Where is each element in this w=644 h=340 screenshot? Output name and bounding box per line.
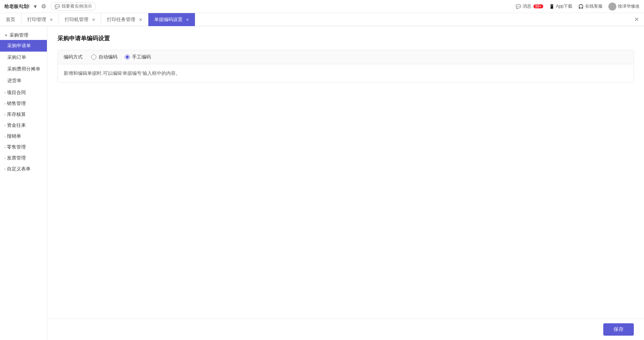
message-badge: 99+ [533,4,543,8]
auto-code-label: 自动编码 [99,54,117,60]
sidebar-group-funds-label: 资金往来 [7,122,26,129]
custom-form-arrow-icon: › [4,167,5,171]
headset-icon: 🎧 [578,4,584,9]
message-label: 消息 [523,3,531,9]
sidebar-group-invoice-label: 发票管理 [7,155,26,161]
save-button[interactable]: 保存 [603,323,634,336]
sidebar-group-project-label: 项目合同 [7,89,26,96]
invoice-arrow-icon: › [4,156,5,160]
page-title: 采购申请单编码设置 [57,35,634,42]
tab-single-code-setting-close[interactable]: × [186,17,189,23]
sidebar-item-purchase-request[interactable]: 采购申请单 [0,40,47,52]
tab-home[interactable]: 首页 [0,13,21,26]
manual-code-radio[interactable] [125,54,130,60]
encoding-description-text: 新增和编辑单据时,可以编辑'单据编号'输入框中的内容。 [64,70,180,76]
user-profile[interactable]: 徐泽华修改 [608,3,640,11]
tab-printer-manage-label: 打印机管理 [65,16,88,23]
content-inner: 采购申请单编码设置 编码方式 自动编码 手工编码 [47,26,644,319]
sidebar-item-purchase-order[interactable]: 采购订单 [0,52,47,63]
tab-single-code-setting[interactable]: 单据编码设置 × [148,13,195,26]
tab-print-task-label: 打印任务管理 [107,16,135,23]
tab-single-code-setting-label: 单据编码设置 [154,16,183,23]
sidebar-group-purchase-label: 采购管理 [9,32,28,39]
project-arrow-icon: › [4,91,5,95]
message-button[interactable]: 💬 消息 99+ [516,3,543,9]
user-name: 徐泽华修改 [618,3,640,9]
sidebar-item-purchase-order-label: 采购订单 [7,54,26,60]
sidebar-group-funds[interactable]: › 资金往来 [0,119,47,130]
avatar [608,3,616,11]
tab-bar-close-all[interactable]: ✕ [629,16,644,23]
tab-print-manage[interactable]: 打印管理 × [21,13,59,26]
phone-icon: 📱 [549,4,555,9]
auto-code-option[interactable]: 自动编码 [91,54,117,60]
prompt-text: 我要看实例演示 [61,3,92,9]
sidebar-group-expense-report[interactable]: › 报销单 [0,130,47,141]
retail-arrow-icon: › [4,145,5,149]
sidebar-group-custom-form[interactable]: › 自定义表单 [0,163,47,174]
encoding-radio-group: 自动编码 手工编码 [91,54,151,60]
sidebar-group-inventory-label: 库存核算 [7,111,26,118]
top-bar-right: 💬 消息 99+ 📱 App下载 🎧 在线客服 徐泽华修改 [516,3,640,11]
auto-code-radio[interactable] [91,54,96,60]
sidebar-group-expense-report-label: 报销单 [7,133,21,139]
sidebar-group-inventory[interactable]: › 库存核算 [0,108,47,119]
purchase-arrow-icon: ▼ [4,33,8,37]
tab-printer-manage[interactable]: 打印机管理 × [59,13,101,26]
settings-icon[interactable]: ⚙ [41,3,46,10]
online-service-button[interactable]: 🎧 在线客服 [578,3,603,9]
app-download-button[interactable]: 📱 App下载 [549,3,572,9]
sidebar-group-retail[interactable]: › 零售管理 [0,141,47,152]
online-service-label: 在线客服 [585,3,603,9]
sidebar-item-purchase-request-label: 采购申请单 [7,43,31,48]
manual-code-label: 手工编码 [132,54,151,60]
tab-print-task[interactable]: 打印任务管理 × [101,13,148,26]
inventory-arrow-icon: › [4,113,5,117]
top-bar: 给老板勾划! ▾ ⚙ 💬 我要看实例演示 💬 消息 99+ 📱 App下载 🎧 … [0,0,644,13]
tab-home-label: 首页 [6,16,15,23]
sidebar-group-custom-form-label: 自定义表单 [7,166,31,172]
content-area: 采购申请单编码设置 编码方式 自动编码 手工编码 [47,26,644,340]
funds-arrow-icon: › [4,124,5,128]
encoding-label: 编码方式 [64,54,83,60]
sidebar-group-purchase[interactable]: ▼ 采购管理 [0,29,47,40]
encoding-section: 编码方式 自动编码 手工编码 新增和编辑单据时,可以编辑'单据编号'输入框中的内 [57,50,634,83]
prompt-icon: 💬 [55,4,60,9]
manual-code-option[interactable]: 手工编码 [125,54,151,60]
top-bar-left: 给老板勾划! ▾ ⚙ 💬 我要看实例演示 [4,2,96,11]
app-download-label: App下载 [556,3,572,9]
tab-print-manage-label: 打印管理 [27,16,46,23]
sidebar-group-project[interactable]: › 项目合同 [0,86,47,97]
tab-bar: 首页 打印管理 × 打印机管理 × 打印任务管理 × 单据编码设置 × ✕ [0,13,644,26]
encoding-description: 新增和编辑单据时,可以编辑'单据编号'输入框中的内容。 [58,64,633,82]
sidebar: ▼ 采购管理 采购申请单 采购订单 采购费用分摊单 进货单 › 项目合同 › 销… [0,26,47,340]
sidebar-group-invoice[interactable]: › 发票管理 [0,152,47,163]
tab-print-task-close[interactable]: × [139,17,142,23]
main-layout: ▼ 采购管理 采购申请单 采购订单 采购费用分摊单 进货单 › 项目合同 › 销… [0,26,644,340]
tab-print-manage-close[interactable]: × [50,17,53,23]
app-logo: 给老板勾划! [4,3,29,10]
sidebar-item-purchase-expense-label: 采购费用分摊单 [7,66,40,72]
sales-arrow-icon: › [4,102,5,106]
message-icon: 💬 [516,4,521,9]
sidebar-group-retail-label: 零售管理 [7,144,26,150]
sidebar-group-sales[interactable]: › 销售管理 [0,97,47,108]
sidebar-item-purchase-expense[interactable]: 采购费用分摊单 [0,63,47,75]
content-footer: 保存 [47,319,644,340]
sidebar-item-stock-in-label: 进货单 [7,78,21,83]
sidebar-item-stock-in[interactable]: 进货单 [0,75,47,86]
demo-prompt[interactable]: 💬 我要看实例演示 [51,2,96,11]
tab-printer-manage-close[interactable]: × [92,17,95,23]
expense-arrow-icon: › [4,134,5,138]
sidebar-group-sales-label: 销售管理 [7,100,26,107]
encoding-header: 编码方式 自动编码 手工编码 [58,50,633,64]
dropdown-icon[interactable]: ▾ [34,3,37,10]
